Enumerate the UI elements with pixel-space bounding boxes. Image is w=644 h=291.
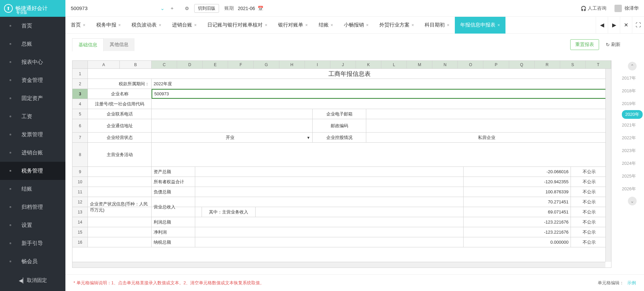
year-2022年[interactable]: 2022年 [622,132,643,144]
close-icon[interactable]: × [497,22,500,28]
row-15[interactable]: 15 [72,227,88,237]
avatar[interactable] [614,5,622,12]
row-8[interactable]: 8 [72,143,88,167]
col-M[interactable]: M [407,61,432,68]
col-H[interactable]: H [279,61,305,68]
nav-home[interactable]: ▫首页 [0,17,65,35]
nav-ledger[interactable]: ▫总账 [0,35,65,53]
row-4[interactable]: 4 [72,99,88,109]
status-select[interactable]: 开业▼ [152,133,313,142]
nav-asset[interactable]: ▫固定资产 [0,89,65,107]
tab-1[interactable]: 税务申报× [91,17,126,34]
postcode-input[interactable] [366,119,611,132]
nav-report[interactable]: ▫报表中心 [0,53,65,71]
row-9[interactable]: 9 [72,167,88,177]
row-11[interactable]: 11 [72,187,88,197]
fin-value[interactable]: -120.942355 [464,177,571,187]
regenerate-button[interactable]: 重置报表 [570,39,599,50]
nav-salary[interactable]: ▫工资 [0,107,65,126]
tab-0[interactable]: 首页× [65,17,91,34]
fin-value[interactable]: 69.071451 [464,207,571,217]
add-icon[interactable]: ＋ [168,4,176,12]
holding-select[interactable]: 私营企业▼ [366,133,611,142]
subtab-other[interactable]: 其他信息 [104,38,135,51]
row-16[interactable]: 16 [72,237,88,247]
corner-cell[interactable] [72,61,88,68]
nav-tax[interactable]: ▫税务管理 [0,162,65,180]
company-select[interactable]: 500973 ⌄ [71,5,165,11]
year-2024年[interactable]: 2024年 [622,157,643,170]
row-13[interactable]: 13 [72,207,88,217]
tabs-prev-button[interactable]: ◀ [596,17,608,34]
col-P[interactable]: P [483,61,509,68]
year-up-button[interactable]: ⌃ [628,62,637,70]
col-L[interactable]: L [381,61,407,68]
fin-publish-select[interactable]: 不公示▼ [571,207,611,217]
col-J[interactable]: J [330,61,356,68]
fin-publish-select[interactable]: 不公示▼ [571,197,611,207]
close-icon[interactable]: × [305,22,308,28]
tabs-next-button[interactable]: ▶ [608,17,620,34]
fin-value[interactable]: -123.221676 [464,227,571,237]
col-A[interactable]: A [88,61,120,68]
tab-4[interactable]: 日记账与银行对账单核对× [202,17,273,34]
col-F[interactable]: F [228,61,254,68]
nav-archive[interactable]: ▫归档管理 [0,198,65,216]
company-name-input[interactable]: 500973 [152,89,611,99]
tab-2[interactable]: 税负波动表× [126,17,167,34]
nav-fund[interactable]: ▫资金管理 [0,71,65,89]
fin-publish-select[interactable]: 不公示▼ [571,237,611,247]
row-5[interactable]: 5 [72,109,88,119]
col-D[interactable]: D [177,61,203,68]
fin-publish-select[interactable]: 不公示▼ [571,217,611,227]
row-12[interactable]: 12 [72,197,88,207]
fin-publish-select[interactable]: 不公示▼ [571,227,611,237]
col-T[interactable]: T [586,61,611,68]
old-version-button[interactable]: 切到旧版 [194,4,219,13]
year-2018年[interactable]: 2018年 [622,85,643,97]
close-icon[interactable]: × [159,22,161,28]
close-icon[interactable]: × [194,22,197,28]
nav-invoice[interactable]: ▫发票管理 [0,126,65,144]
col-C[interactable]: C [152,61,177,68]
subtab-basic[interactable]: 基础信息 [72,38,104,51]
year-2023年[interactable]: 2023年 [622,144,643,157]
close-icon[interactable]: × [366,22,369,28]
col-R[interactable]: R [535,61,560,68]
tab-7[interactable]: 小畅报销× [338,17,374,34]
gear-icon[interactable]: ⚙ [183,4,191,12]
period-value[interactable]: 2021-06 [238,6,255,11]
tab-8[interactable]: 外贸行业方案× [374,17,420,34]
tab-5[interactable]: 银行对账单× [273,17,313,34]
fin-value[interactable]: -20.066016 [464,167,571,177]
close-icon[interactable]: × [412,22,414,28]
fin-value[interactable]: 100.876339 [464,187,571,197]
vertical-scrollbar[interactable] [605,69,611,262]
year-2020年[interactable]: 2020年 [622,110,643,119]
col-Q[interactable]: Q [509,61,535,68]
nav-vip[interactable]: ▫畅会员 [0,252,65,271]
nav-guide[interactable]: ▫新手引导 [0,234,65,252]
nav-close[interactable]: ▫结账 [0,180,65,198]
unpin-button[interactable]: ◀▏ 取消固定 [0,277,65,284]
col-O[interactable]: O [458,61,483,68]
row-10[interactable]: 10 [72,177,88,187]
close-icon[interactable]: × [447,22,449,28]
fin-value[interactable]: 0.000000 [464,237,571,247]
refresh-button[interactable]: ↻ 刷新 [606,42,621,48]
year-2021年[interactable]: 2021年 [622,119,643,132]
tab-6[interactable]: 结账× [313,17,339,34]
email-input[interactable] [366,109,611,119]
close-icon[interactable]: × [118,22,121,28]
row-3[interactable]: 3 [72,89,88,99]
consult-button[interactable]: 🎧 人工咨询 [581,5,606,11]
address-input[interactable] [152,119,313,132]
col-B[interactable]: B [120,61,152,68]
tab-9[interactable]: 科目期初× [419,17,455,34]
row-2[interactable]: 2 [72,79,88,89]
reg-code-input[interactable] [152,99,611,109]
fin-publish-select[interactable]: 不公示▼ [571,167,611,177]
fin-value[interactable]: 70.271451 [464,197,571,207]
year-2019年[interactable]: 2019年 [622,97,643,110]
col-I[interactable]: I [305,61,330,68]
